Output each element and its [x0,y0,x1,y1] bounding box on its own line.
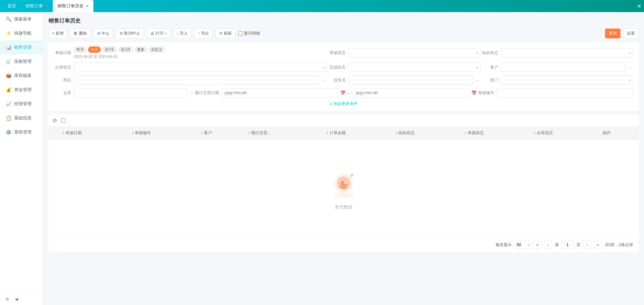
sidebar-item-search[interactable]: 🔍 搜索菜单 [0,12,43,26]
date-tag-today[interactable]: 今天 [88,46,101,53]
tab-home-label: 首页 [7,3,16,9]
svg-point-4 [344,181,347,184]
warehouse-label: 仓库 [54,90,74,96]
top-bar: 首页 销售订单 ✕ 销售订单历史 ✕ ✕ [0,0,644,12]
page-input[interactable] [562,241,574,249]
sidebar-bottom: ⚙ ◀ [0,293,43,305]
sidebar-item-shortcuts[interactable]: ⚡ 快捷导航 [0,26,43,40]
order-status-label: 单据状态 [328,50,348,56]
date-tag-custom[interactable]: 自定义 [148,46,165,53]
date-tag-yesterday[interactable]: 昨天 [74,46,87,53]
prev-page-button[interactable]: ‹ [544,241,552,249]
display-detail-label: 显示明细 [244,31,260,36]
date-control: 昨天 今天 近7天 近1月 更多 自定义 2023-06-02 至 2023-0… [74,46,328,59]
print-button[interactable]: 🖨 打印 ▾ [146,29,170,38]
th-amount-label: ↕ 订单金额 [326,130,345,135]
window-close-button[interactable]: ✕ [637,3,641,9]
goods-dots-button[interactable]: ··· [321,77,328,83]
customer-label: 客户 [481,65,501,70]
query-button[interactable]: 查询 [605,29,620,38]
department-wrap: ▾ [501,75,633,85]
th-date[interactable]: ↕ 单据日期 [59,127,128,140]
page-size-select[interactable]: 50 10 20 100 [514,241,531,249]
next-page-button[interactable]: › [583,241,591,249]
filter-salesperson: 业务员 ··· [328,75,481,85]
order-number-input[interactable] [497,88,633,98]
cancel-stop-button[interactable]: ⊘ 取消中止 [116,29,144,38]
empty-text: 暂无数据 [335,204,352,210]
select-all-checkbox[interactable] [61,118,66,123]
th-order-status-label: ↕ 单据状态 [465,130,484,135]
tab-sales-order[interactable]: 销售订单 ✕ [21,0,53,12]
delete-button[interactable]: 🗑 删除 [70,29,90,38]
settings-bottom-icon[interactable]: ⚙ [5,297,9,302]
warehouse-input[interactable] [74,88,187,98]
refresh-button[interactable]: ↺ 刷新 [215,29,235,38]
goods-control: ··· [74,75,328,85]
empty-state: 暂无数据 [48,140,639,237]
display-detail-checkbox[interactable]: 显示明细 [238,31,260,36]
sidebar-item-finance[interactable]: 💰 资金管理 [0,83,43,97]
sidebar-item-inventory[interactable]: 📦 库存核算 [0,69,43,83]
first-page-button[interactable]: « [533,241,542,249]
payment-status-select[interactable] [501,48,633,58]
date-tag-more[interactable]: 更多 [134,46,147,53]
outbound-status-select[interactable] [74,63,328,72]
th-delivery-label: ↕ 预计交货... [248,130,271,135]
department-select[interactable] [501,75,633,85]
delivery-from-input[interactable] [222,88,339,98]
order-status-wrap: ▾ [348,48,481,58]
collapse-sidebar-icon[interactable]: ◀ [15,297,18,302]
sidebar-item-purchase[interactable]: 🛒 采购管理 [0,54,43,69]
th-number[interactable]: ↕ 单据编号 [128,127,198,140]
tab-sales-order-history[interactable]: 销售订单历史 ✕ [53,0,93,12]
date-separator: — [347,90,351,96]
customer-input[interactable] [501,63,625,72]
stop-button[interactable]: ⊘ 中止 [93,29,113,38]
date-tag-1month[interactable]: 近1月 [118,46,133,53]
delivery-to-calendar-icon[interactable]: 📅 [471,90,477,96]
data-table: ↕ 单据日期 ↕ 单据编号 ↕ 客户 ↕ 预计交货... ↕ 订单金额 [48,127,639,140]
th-payment-status[interactable]: ↕ 收款状态 [392,127,461,140]
add-button[interactable]: + 新增 [48,29,67,38]
delivery-from-calendar-icon[interactable]: 📅 [340,90,346,96]
salesperson-dots-button[interactable]: ··· [474,77,481,83]
sidebar-item-system[interactable]: ⚙️ 系统管理 [0,125,43,139]
sidebar-item-operations[interactable]: 📈 经营管理 [0,97,43,111]
date-tag-7days[interactable]: 近7天 [102,46,117,53]
warehouse-dots-button[interactable]: ··· [188,90,195,96]
goods-input[interactable] [74,75,320,85]
goods-label: 商品 [54,77,74,83]
settings-button[interactable]: 设置 [623,29,639,38]
tab-sales-order-close[interactable]: ✕ [45,4,48,8]
th-order-status[interactable]: ↕ 单据状态 [461,127,530,140]
svg-point-6 [351,174,353,176]
customer-dots-button[interactable]: ··· [627,65,633,70]
filter-complete-status: 完成状态 ▾ [328,63,481,72]
filter-date: 单据日期 昨天 今天 近7天 近1月 更多 自定义 2023-06-02 [54,46,328,59]
salesperson-input[interactable] [348,75,473,85]
date-range-display: 2023-06-02 至 2023-06-02 [74,54,165,59]
content-area: 销售订单历史 + 新增 🗑 删除 ⊘ 中止 ⊘ 取消中止 🖨 打印 ▾ ↓ 导入 [43,12,644,305]
sales-icon: 📊 [5,44,11,50]
th-amount[interactable]: ↕ 订单金额 [323,127,392,140]
table-header-row: ↕ 单据日期 ↕ 单据编号 ↕ 客户 ↕ 预计交货... ↕ 订单金额 [48,127,639,140]
order-number-label: 单据编号 [477,90,497,96]
sidebar-item-base-info[interactable]: 📋 基础信息 [0,111,43,125]
order-status-select[interactable] [348,48,481,58]
import-button[interactable]: ↓ 导入 [173,29,191,38]
th-customer[interactable]: ↕ 客户 [197,127,245,140]
complete-status-select[interactable] [348,63,481,72]
last-page-button[interactable]: » [594,241,602,249]
tab-sales-order-history-close[interactable]: ✕ [86,4,89,8]
display-detail-input[interactable] [238,31,243,36]
table-settings-icon[interactable]: ⚙ [52,117,57,124]
tab-home[interactable]: 首页 [3,0,21,12]
th-outbound-status[interactable]: ↕ 出库状态 [530,127,599,140]
th-delivery[interactable]: ↕ 预计交货... [245,127,323,140]
sidebar-item-sales[interactable]: 📊 销售管理 [0,40,43,54]
export-button[interactable]: ↑ 导出 [194,29,213,38]
filter-row-3: 商品 ··· 业务员 ··· 部门 [54,75,633,85]
collapse-row[interactable]: ∧ 收起更多条件 [54,101,633,107]
delivery-to-input[interactable] [353,88,470,98]
